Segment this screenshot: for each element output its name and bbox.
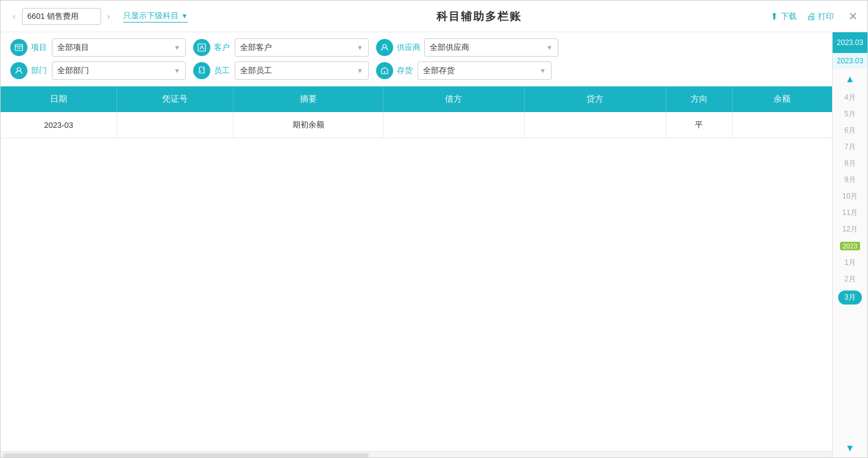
prev-account-button[interactable]: ‹ [10, 10, 18, 23]
timeline-header-2[interactable]: 2023.03 [833, 53, 867, 69]
col-balance: 余额 [732, 86, 832, 112]
timeline-scroll-area[interactable]: 4月 5月 6月 7月 8月 9月 10月 11月 12月 2023 1月 2月… [833, 90, 867, 438]
timeline-month-8[interactable]: 8月 [833, 155, 867, 172]
customer-chevron-icon: ▼ [357, 44, 363, 51]
dept-label: 部门 [31, 65, 48, 76]
inventory-icon [376, 62, 393, 79]
customer-select-value: 全部客户 [240, 42, 272, 53]
employee-chevron-icon: ▼ [357, 67, 363, 74]
timeline-header-label-2: 2023.03 [837, 57, 863, 65]
print-label: 打印 [818, 11, 834, 22]
dept-select[interactable]: 全部部门 ▼ [52, 62, 186, 80]
cell-direction: 平 [666, 112, 732, 138]
page-title: 科目辅助多栏账 [188, 9, 770, 24]
cell-debit [383, 112, 524, 138]
filter-item-employee: 员工 全部员工 ▼ [193, 62, 369, 80]
next-account-button[interactable]: › [105, 10, 113, 23]
table-row: 2023-03 期初余额 平 [1, 112, 832, 138]
col-voucher: 凭证号 [117, 86, 233, 112]
timeline-month-4[interactable]: 4月 [833, 90, 867, 106]
up-arrow-icon: ▲ [845, 74, 855, 84]
employee-label: 员工 [214, 65, 231, 76]
account-nav: ‹ 6601 销售费用 › 只显示下级科目 ▼ [10, 8, 188, 25]
project-label: 项目 [31, 42, 48, 53]
download-label: 下载 [781, 11, 797, 22]
employee-select[interactable]: 全部员工 ▼ [235, 62, 369, 80]
filter-row-1: 项目 全部项目 ▼ 客户 全部客户 [10, 38, 822, 57]
project-select[interactable]: 全部项目 ▼ [52, 38, 186, 57]
inventory-select-value: 全部存货 [423, 65, 455, 76]
scrollbar-thumb [3, 453, 369, 458]
show-sub-label: 只显示下级科目 [123, 10, 179, 21]
toolbar-actions: ⬆ 下载 🖨 打印 ✕ [770, 10, 858, 23]
inventory-chevron-icon: ▼ [539, 67, 546, 74]
account-code: 6601 [27, 12, 45, 21]
customer-label: 客户 [214, 42, 231, 53]
filter-item-dept: 部门 全部部门 ▼ [10, 62, 186, 80]
col-direction: 方向 [666, 86, 732, 112]
top-bar: ‹ 6601 销售费用 › 只显示下级科目 ▼ 科目辅助多栏账 ⬆ 下载 🖨 打… [1, 1, 867, 32]
year-badge-2023: 2023 [833, 238, 867, 255]
cell-summary: 期初余额 [233, 112, 383, 138]
main-window: ‹ 6601 销售费用 › 只显示下级科目 ▼ 科目辅助多栏账 ⬆ 下载 🖨 打… [0, 0, 868, 458]
col-credit: 贷方 [524, 86, 666, 112]
filter-area: 项目 全部项目 ▼ 客户 全部客户 [1, 32, 832, 86]
down-arrow-icon: ▼ [845, 443, 855, 453]
supplier-select-value: 全部供应商 [430, 42, 469, 53]
employee-icon [193, 62, 210, 79]
svg-rect-0 [15, 44, 23, 51]
account-name-box: 6601 销售费用 [22, 8, 101, 25]
timeline-month-9[interactable]: 9月 [833, 172, 867, 188]
col-debit: 借方 [383, 86, 524, 112]
filter-item-project: 项目 全部项目 ▼ [10, 38, 186, 57]
timeline-header-1[interactable]: 2023.03 [833, 32, 867, 53]
inventory-select[interactable]: 全部存货 ▼ [418, 62, 552, 80]
show-sub-button[interactable]: 只显示下级科目 ▼ [123, 10, 188, 23]
table-header-row: 日期 凭证号 摘要 借方 贷方 方向 余额 [1, 86, 832, 112]
main-content: 项目 全部项目 ▼ 客户 全部客户 [1, 32, 832, 458]
project-icon [10, 39, 27, 56]
cell-credit [524, 112, 666, 138]
timeline-down-button[interactable]: ▼ [833, 438, 867, 458]
timeline-month-3-active[interactable]: 3月 [833, 287, 867, 308]
filter-item-supplier: 供应商 全部供应商 ▼ [376, 38, 558, 57]
active-month-label: 3月 [838, 291, 862, 305]
project-chevron-icon: ▼ [174, 44, 180, 51]
timeline-month-5[interactable]: 5月 [833, 106, 867, 122]
supplier-icon [376, 39, 393, 56]
timeline-month-12[interactable]: 12月 [833, 221, 867, 238]
employee-select-value: 全部员工 [240, 65, 272, 76]
chevron-down-icon: ▼ [181, 12, 188, 19]
print-icon: 🖨 [806, 11, 816, 21]
dept-chevron-icon: ▼ [174, 67, 180, 74]
timeline-up-button[interactable]: ▲ [833, 69, 867, 90]
download-button[interactable]: ⬆ 下载 [770, 11, 797, 22]
print-button[interactable]: 🖨 打印 [806, 11, 834, 22]
col-summary: 摘要 [233, 86, 383, 112]
dept-select-value: 全部部门 [57, 65, 89, 76]
close-button[interactable]: ✕ [848, 10, 858, 23]
cell-balance [732, 112, 832, 138]
project-select-value: 全部项目 [57, 42, 89, 53]
timeline-month-6[interactable]: 6月 [833, 122, 867, 139]
timeline-month-11[interactable]: 11月 [833, 205, 867, 221]
timeline-header-label-1: 2023.03 [837, 38, 863, 47]
timeline-month-10[interactable]: 10月 [833, 188, 867, 205]
supplier-chevron-icon: ▼ [546, 44, 553, 51]
svg-rect-6 [199, 67, 204, 73]
cell-date: 2023-03 [1, 112, 117, 138]
dept-icon [10, 62, 27, 79]
table-container: 日期 凭证号 摘要 借方 贷方 方向 余额 2023-03 [1, 86, 832, 451]
download-icon: ⬆ [770, 11, 778, 22]
customer-select[interactable]: 全部客户 ▼ [235, 38, 369, 57]
account-name: 销售费用 [47, 12, 79, 21]
supplier-select[interactable]: 全部供应商 ▼ [424, 38, 558, 57]
filter-item-customer: 客户 全部客户 ▼ [193, 38, 369, 57]
horizontal-scrollbar[interactable] [1, 451, 832, 458]
timeline-sidebar: 2023.03 2023.03 ▲ 4月 5月 6月 7月 8月 9月 10月 … [832, 32, 867, 458]
timeline-month-1[interactable]: 1月 [833, 255, 867, 271]
timeline-month-7[interactable]: 7月 [833, 139, 867, 155]
col-date: 日期 [1, 86, 117, 112]
timeline-month-2[interactable]: 2月 [833, 271, 867, 287]
cell-voucher [117, 112, 233, 138]
